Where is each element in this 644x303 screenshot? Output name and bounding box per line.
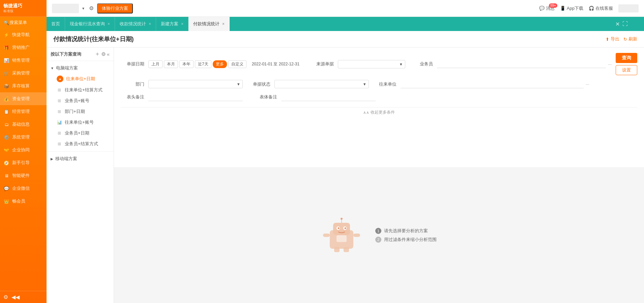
query-button[interactable]: 查询: [616, 53, 637, 63]
user-profile-item[interactable]: [618, 4, 639, 12]
mobile-scheme-section-header[interactable]: ▶ 移动端方案: [47, 154, 114, 164]
app-download-item[interactable]: 📱 App下载: [560, 5, 583, 11]
date-btn-this-year[interactable]: 本年: [179, 60, 194, 68]
sidebar-item-sales[interactable]: 📊 销售管理: [0, 54, 47, 67]
date-btn-this-month[interactable]: 本月: [164, 60, 178, 68]
scheme-settings-button[interactable]: ⚙: [101, 51, 106, 57]
main-area: ▾ ⚙ 体验行业方案 💬 消息 99+ 📱 App下载 🎧 在线客服 首页: [47, 0, 644, 303]
user-profile-avatar: [618, 4, 639, 12]
sidebar-item-basic[interactable]: 🗂 基础信息: [0, 118, 47, 131]
sidebar-item-marketing[interactable]: 🎁 营销推广: [0, 41, 47, 54]
tabbar-close-icon[interactable]: ✕: [615, 21, 620, 27]
unit-input[interactable]: [401, 80, 584, 88]
staff-input[interactable]: [437, 60, 606, 68]
sidebar-item-quicknav[interactable]: ⚡ 快捷导航: [0, 28, 47, 41]
date-btn-custom[interactable]: 自定义: [228, 60, 246, 68]
member-icon: 👑: [3, 198, 9, 204]
empty-tip-1: 1 请先选择要分析的方案: [375, 228, 437, 234]
wechat-icon: 💬: [3, 185, 9, 191]
source-select[interactable]: ▾: [338, 60, 405, 68]
unit-dots-button[interactable]: ···: [586, 82, 589, 87]
desktop-scheme-section-header[interactable]: ▼ 电脑端方案: [47, 63, 114, 73]
scheme-item-staff-settle[interactable]: ⊞ 业务员+结算方式: [47, 139, 114, 149]
app-icon: 📱: [560, 6, 565, 11]
export-button[interactable]: ⬆ 导出: [606, 36, 619, 42]
sidebar-item-operation[interactable]: 📋 经营管理: [0, 105, 47, 118]
scheme-header-actions: ＋ ⚙ «: [95, 51, 110, 57]
scheme-item-dept-date[interactable]: ⊞ 部门+日期: [47, 106, 114, 117]
collapse-sidebar-icon[interactable]: ◀◀: [11, 294, 20, 300]
table-icon-1: ⊞: [57, 87, 62, 93]
table-icon-3: ⊞: [57, 109, 62, 114]
scheme-item-staff-date[interactable]: ⊞ 业务员+日期: [47, 128, 114, 139]
operation-icon: 📋: [3, 109, 9, 115]
chevron-up-icon: ∧∧: [363, 110, 369, 115]
dept-select[interactable]: ▾: [148, 80, 243, 88]
trial-button[interactable]: 体验行业方案: [97, 3, 133, 13]
svg-point-12: [341, 218, 343, 220]
tabbar-expand-icon[interactable]: ⛶: [622, 21, 628, 27]
scheme-item-unit-date[interactable]: ● 往来单位+日期: [47, 73, 114, 85]
quicknav-icon: ⚡: [3, 32, 9, 38]
svg-rect-8: [334, 247, 340, 252]
settings-button[interactable]: 设置: [616, 65, 637, 75]
tab-payments[interactable]: 付款情况统计 ×: [188, 17, 230, 31]
topbar-dropdown[interactable]: ▾: [82, 6, 84, 11]
enterprise-icon: 🤝: [3, 147, 9, 153]
sidebar-item-purchase[interactable]: 🛒 采购管理: [0, 67, 47, 80]
hardware-icon: 🖥: [3, 173, 9, 179]
inventory-icon: 📦: [3, 83, 9, 89]
tip-num-2: 2: [375, 237, 381, 243]
scheme-item-staff-account[interactable]: ⊞ 业务员+账号: [47, 95, 114, 106]
tab-payments-close[interactable]: ×: [222, 22, 225, 26]
tab-receipts-close[interactable]: ×: [149, 22, 151, 26]
sidebar-item-inventory[interactable]: 📦 库存核算: [0, 80, 47, 92]
headset-icon: 🎧: [589, 6, 594, 11]
tab-newplan[interactable]: 新建方案 ×: [156, 17, 188, 31]
date-btn-more[interactable]: 更多: [213, 60, 227, 68]
message-badge: 99+: [549, 3, 557, 8]
tabbar-actions: ✕ ⛶: [615, 21, 631, 27]
sidebar-item-wechat[interactable]: 💬 企业微信: [0, 182, 47, 195]
scheme-item-unit-settle-label: 往来单位+结算方式: [65, 87, 103, 93]
scheme-item-unit-account[interactable]: 📊 往来单位+账号: [47, 117, 114, 128]
sidebar-item-finance[interactable]: 💰 资金管理: [0, 92, 47, 105]
empty-state-content: 1 请先选择要分析的方案 2 用过滤条件来缩小分析范围: [321, 217, 437, 254]
tab-payments-label: 付款情况统计: [193, 21, 219, 27]
sidebar-item-member[interactable]: 👑 畅会员: [0, 195, 47, 208]
scheme-header: 按以下方案查询 ＋ ⚙ «: [47, 48, 114, 61]
message-icon: 💬: [539, 6, 545, 11]
date-btn-last-month[interactable]: 上月: [148, 60, 163, 68]
sidebar-item-enterprise[interactable]: 🤝 企业协同: [0, 144, 47, 156]
staff-dots-button[interactable]: ···: [608, 62, 612, 67]
service-item[interactable]: 🎧 在线客服: [589, 5, 613, 11]
sidebar-bottom: ⚙ ◀◀: [0, 291, 47, 303]
topbar-gear-icon[interactable]: ⚙: [89, 5, 94, 11]
body-note-input[interactable]: [281, 93, 376, 101]
scheme-add-button[interactable]: ＋: [95, 51, 100, 57]
tab-cashflow-close[interactable]: ×: [108, 22, 110, 26]
tab-newplan-close[interactable]: ×: [181, 22, 183, 26]
refresh-button[interactable]: ↻ 刷新: [623, 36, 637, 42]
collapse-conditions-button[interactable]: ∧∧ 收起更多条件: [121, 107, 637, 117]
filter-area: 单据日期 上月 本月 本年 近7天 更多 自定义 2022-01-01 至 20…: [114, 48, 644, 167]
tab-home[interactable]: 首页: [47, 17, 65, 31]
header-note-input[interactable]: [148, 93, 243, 101]
sidebar-item-guide[interactable]: 🧭 新手引导: [0, 156, 47, 169]
date-btn-7days[interactable]: 近7天: [195, 60, 211, 68]
unit-label: 往来单位: [373, 81, 397, 87]
filter-scheme-row: 按以下方案查询 ＋ ⚙ « ▼ 电脑端方案 ● 往来单位+日期: [47, 48, 644, 303]
source-chevron-down-icon: ▾: [400, 62, 402, 67]
sidebar-item-search[interactable]: 🔍 搜索菜单: [0, 17, 47, 28]
settings-bottom-icon[interactable]: ⚙: [3, 294, 8, 300]
tab-cashflow[interactable]: 现金银行流水查询 ×: [65, 17, 115, 31]
tip-text-1: 请先选择要分析的方案: [384, 228, 428, 234]
sidebar-item-system[interactable]: ⚙️ 系统管理: [0, 131, 47, 144]
status-select[interactable]: ▾: [274, 80, 369, 88]
tab-receipts[interactable]: 收款情况统计 ×: [115, 17, 156, 31]
scheme-item-unit-settle[interactable]: ⊞ 往来单位+结算方式: [47, 85, 114, 95]
scheme-item-staff-settle-label: 业务员+结算方式: [65, 141, 98, 147]
sidebar-item-hardware[interactable]: 🖥 智能硬件: [0, 169, 47, 182]
message-item[interactable]: 💬 消息 99+: [539, 5, 555, 11]
scheme-collapse-button[interactable]: «: [107, 51, 110, 57]
